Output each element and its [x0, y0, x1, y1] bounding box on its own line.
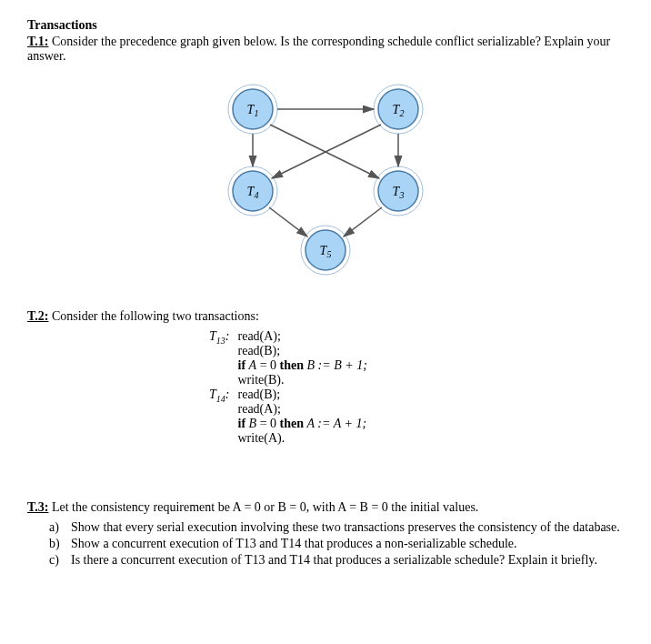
t3-c-letter: c)	[49, 553, 71, 568]
t3-item-a: a) Show that every serial execution invo…	[49, 520, 624, 535]
t3-c-text: Is there a concurrent execution of T13 a…	[71, 553, 597, 568]
t13-block: T13: read(A); read(B); if A = 0 then B :…	[209, 329, 624, 387]
t3-label: T.3:	[27, 500, 48, 514]
svg-line-11	[344, 207, 382, 236]
svg-line-9	[272, 125, 381, 178]
question-t2: T.2: Consider the following two transact…	[27, 309, 624, 324]
t14-block: T14: read(B); read(A); if B = 0 then A :…	[209, 387, 624, 446]
page-heading: Transactions	[27, 18, 624, 33]
t3-a-text: Show that every serial execution involvi…	[71, 520, 620, 535]
question-t3: T.3: Let the consistency requirement be …	[27, 500, 624, 515]
t3-item-c: c) Is there a concurrent execution of T1…	[49, 553, 624, 568]
t3-subitems: a) Show that every serial execution invo…	[49, 520, 624, 568]
t3-text: Let the consistency requirement be A = 0…	[52, 500, 478, 514]
t3-b-text: Show a concurrent execution of T13 and T…	[71, 537, 517, 551]
t2-label: T.2:	[27, 309, 48, 323]
svg-line-10	[269, 207, 307, 236]
svg-line-8	[270, 125, 379, 178]
t3-a-letter: a)	[49, 520, 71, 535]
question-t1: T.1: Consider the precedence graph given…	[27, 35, 624, 64]
t2-text: Consider the following two transactions:	[52, 309, 259, 323]
t3-item-b: b) Show a concurrent execution of T13 an…	[49, 537, 624, 551]
t3-b-letter: b)	[49, 537, 71, 551]
t1-label: T.1:	[27, 35, 48, 48]
transaction-code-block: T13: read(A); read(B); if A = 0 then B :…	[209, 329, 624, 446]
precedence-graph: T1 T2 T4 T3 T5	[180, 73, 471, 282]
t1-text: Consider the precedence graph given belo…	[27, 35, 610, 63]
